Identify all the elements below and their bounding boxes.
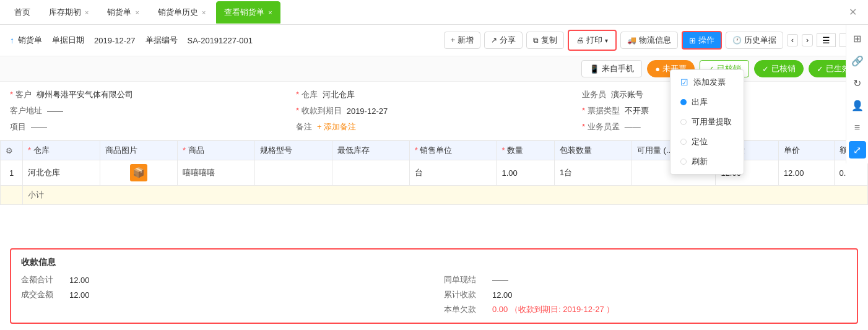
dropdown-refresh[interactable]: 刷新	[671, 152, 744, 172]
ops-label: 操作	[698, 35, 714, 46]
form-type-icon: ↑	[10, 35, 14, 45]
col-sales-unit: * 销售单位	[409, 141, 497, 160]
row-unit-price: 12.00	[778, 160, 834, 186]
logistics-button[interactable]: 🚚 物流信息	[620, 32, 678, 49]
col-settings[interactable]: ⚙	[1, 141, 23, 160]
number-value: SA-20191227-001	[188, 36, 253, 45]
address-field: 客户地址 ——	[10, 105, 286, 116]
amount-total-row: 金额合计 12.00 成交金额 12.00	[21, 274, 424, 315]
tab-inventory-close[interactable]: ×	[85, 9, 89, 16]
note-label: 备注	[296, 121, 312, 132]
tab-view-sales-close[interactable]: ×	[268, 9, 272, 16]
row-sales-unit: 台	[409, 160, 497, 186]
copy-label: 复制	[541, 35, 557, 46]
dropdown-locate[interactable]: 定位	[671, 132, 744, 152]
project-label: 项目	[10, 121, 26, 132]
warehouse-label: * 仓库	[296, 89, 318, 100]
warehouse-value: 河北仓库	[323, 89, 355, 100]
outbound-label: 出库	[692, 97, 708, 108]
sidebar-expand-icon[interactable]: ⊞	[849, 30, 866, 47]
product-image: 📦	[130, 164, 147, 181]
employee-label: 业务员	[582, 89, 606, 100]
subtotal-empty	[1, 186, 23, 205]
window-close-button[interactable]: ✕	[844, 4, 862, 20]
dropdown-quantity[interactable]: 可用量提取	[671, 112, 744, 132]
tab-sales-history[interactable]: 销货单历史 ×	[150, 1, 214, 24]
toolbar-right: + 新增 ↗ 分享 ⧉ 复制 🖨 打印 ▾	[444, 30, 858, 51]
form-type-label: 销货单	[18, 35, 42, 46]
history-button[interactable]: 🕐 历史单据	[726, 32, 783, 49]
form-header: ↑ 销货单 单据日期 2019-12-27 单据编号 SA-20191227-0…	[0, 25, 868, 56]
sold-button[interactable]: ✓ 已核销	[754, 60, 804, 77]
customer-value: 柳州粤港平安气体有限公司	[37, 89, 133, 100]
sidebar-user-icon[interactable]: 👤	[849, 97, 866, 114]
col-pkg-qty: 包装数量	[555, 141, 632, 160]
locate-label: 定位	[692, 136, 708, 147]
col-warehouse: * 仓库	[23, 141, 100, 160]
date-value: 2019-12-27	[94, 36, 136, 45]
nav-prev-button[interactable]: ‹	[787, 34, 798, 46]
number-label: 单据编号	[145, 35, 178, 46]
quantity-label: 可用量提取	[692, 116, 732, 128]
project-value: ——	[31, 123, 47, 132]
radio-inactive-icon-3	[680, 158, 687, 165]
tab-sales-history-label: 销货单历史	[158, 7, 198, 18]
sidebar-link-icon[interactable]: 🔗	[849, 52, 866, 69]
history-icon: 🕐	[732, 36, 742, 45]
unopened-dot: ●	[655, 64, 660, 74]
amount-total-label: 金额合计	[21, 274, 64, 285]
row-pkg-qty: 1台	[555, 160, 632, 186]
ticket-type-label: * 票据类型	[582, 105, 620, 116]
note-field: 备注 添加备注	[296, 121, 572, 132]
dropdown-outbound[interactable]: 出库	[671, 92, 744, 112]
right-sidebar: ⊞ 🔗 ↻ 👤 ≡ ⤢	[846, 25, 868, 163]
dropdown-add-invoice[interactable]: ☑ 添加发票	[671, 72, 744, 92]
checkbox-icon: ☑	[680, 77, 688, 87]
tab-view-sales-label: 查看销货单	[224, 7, 264, 18]
new-label: + 新增	[451, 35, 474, 46]
row-spec	[254, 160, 332, 186]
operations-button[interactable]: ⊞ 操作	[682, 31, 722, 50]
tab-inventory[interactable]: 库存期初 ×	[41, 1, 97, 24]
share-button[interactable]: ↗ 分享	[484, 32, 523, 49]
tab-view-sales[interactable]: 查看销货单 ×	[216, 1, 280, 24]
effect-icon: ✓	[817, 64, 823, 74]
new-button[interactable]: + 新增	[444, 32, 480, 49]
tab-bar: 首页 库存期初 × 销货单 × 销货单历史 × 查看销货单 × ✕	[0, 0, 868, 25]
tab-home[interactable]: 首页	[6, 1, 38, 24]
payment-info-title: 收款信息	[21, 257, 847, 268]
col-image: 商品图片	[100, 141, 177, 160]
add-invoice-label: 添加发票	[693, 77, 726, 88]
subtotal-label: 小计	[23, 186, 868, 205]
tab-sales-history-close[interactable]: ×	[202, 9, 206, 16]
radio-inactive-icon	[680, 119, 687, 125]
add-note-button[interactable]: 添加备注	[317, 121, 356, 132]
tab-home-label: 首页	[14, 7, 30, 18]
sidebar-list-icon[interactable]: ≡	[849, 119, 866, 136]
row-num: 1	[1, 160, 23, 186]
row-min-stock	[332, 160, 409, 186]
tab-sales-close[interactable]: ×	[135, 9, 139, 16]
tab-inventory-label: 库存期初	[49, 7, 81, 18]
col-product: * 商品	[177, 141, 254, 160]
settlement-col: 同单现结 —— 累计收款 12.00 本单欠款 0.00 （收款到期日:	[444, 274, 847, 315]
radio-active-icon	[680, 99, 687, 105]
amount-total-value: 12.00	[69, 276, 90, 285]
sidebar-refresh-icon[interactable]: ↻	[849, 74, 866, 92]
sold-label: 已核销	[771, 63, 796, 74]
list-view-button[interactable]: ☰	[817, 33, 836, 47]
history-label: 历史单据	[744, 35, 776, 46]
row-warehouse: 河北仓库	[23, 160, 100, 186]
sidebar-resize-icon[interactable]: ⤢	[849, 141, 866, 158]
phone-label: 来自手机	[602, 63, 634, 74]
customer-field: * 客户 柳州粤港平安气体有限公司	[10, 89, 286, 100]
tab-sales[interactable]: 销货单 ×	[99, 1, 147, 24]
print-label: 打印	[586, 35, 602, 46]
print-button[interactable]: 🖨 打印 ▾	[570, 32, 614, 48]
copy-button[interactable]: ⧉ 复制	[526, 32, 564, 49]
cumulative-value: 12.00	[492, 290, 513, 300]
nav-next-button[interactable]: ›	[802, 34, 813, 46]
form-meta: 单据日期 2019-12-27 单据编号 SA-20191227-001	[52, 35, 253, 46]
phone-button[interactable]: 📱 来自手机	[581, 60, 642, 77]
payment-info-grid: 金额合计 12.00 成交金额 12.00 同单现结 —— 累计收款	[21, 274, 847, 315]
